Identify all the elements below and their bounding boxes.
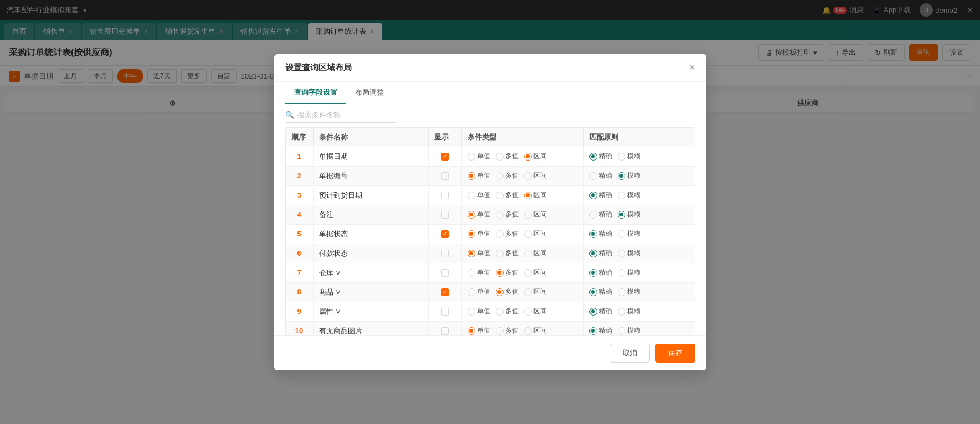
type-multi-radio[interactable]: 多值 <box>496 326 519 335</box>
radio-dot-single <box>468 192 475 199</box>
radio-dot-single <box>468 211 475 219</box>
type-multi-radio[interactable]: 多值 <box>496 268 519 277</box>
match-fuzzy-radio[interactable]: 模糊 <box>618 171 640 180</box>
type-range-radio[interactable]: 区间 <box>524 171 547 180</box>
type-single-label: 单值 <box>477 307 490 316</box>
tab-layout-adjust[interactable]: 布局调整 <box>346 82 393 104</box>
type-range-radio[interactable]: 区间 <box>524 152 547 161</box>
display-checkbox[interactable] <box>441 211 449 219</box>
modal-close-btn[interactable]: × <box>689 62 695 74</box>
type-range-radio[interactable]: 区间 <box>524 229 547 239</box>
display-checkbox[interactable] <box>441 327 449 335</box>
th-name: 条件名称 <box>314 128 429 147</box>
match-exact-radio[interactable]: 精确 <box>589 287 612 297</box>
match-exact-radio[interactable]: 精确 <box>589 152 612 161</box>
type-multi-radio[interactable]: 多值 <box>496 307 519 316</box>
type-multi-radio[interactable]: 多值 <box>496 152 519 161</box>
type-single-radio[interactable]: 单值 <box>468 307 490 316</box>
type-range-radio[interactable]: 区间 <box>524 268 547 277</box>
display-checkbox[interactable] <box>441 192 449 199</box>
search-input[interactable] <box>297 111 396 119</box>
radio-dot-single <box>468 230 475 238</box>
type-radio-group: 单值 多值 区间 <box>468 307 547 316</box>
match-fuzzy-radio[interactable]: 模糊 <box>618 229 640 239</box>
type-single-radio[interactable]: 单值 <box>468 229 490 239</box>
type-range-radio[interactable]: 区间 <box>524 287 547 297</box>
cell-type: 单值 多值 区间 <box>462 167 584 185</box>
type-multi-radio[interactable]: 多值 <box>496 287 519 297</box>
match-radio-group: 精确 模糊 <box>589 268 640 277</box>
match-exact-radio[interactable]: 精确 <box>589 190 612 200</box>
match-fuzzy-radio[interactable]: 模糊 <box>618 210 640 219</box>
type-multi-radio[interactable]: 多值 <box>496 229 519 239</box>
type-multi-radio[interactable]: 多值 <box>496 190 519 200</box>
type-single-radio[interactable]: 单值 <box>468 171 490 180</box>
cell-name: 商品 ∨ <box>314 283 429 302</box>
type-range-label: 区间 <box>533 171 547 180</box>
cell-match: 精确 模糊 <box>584 147 695 166</box>
display-checkbox[interactable] <box>441 172 449 180</box>
match-exact-label: 精确 <box>599 210 612 219</box>
match-fuzzy-radio[interactable]: 模糊 <box>618 307 640 316</box>
type-radio-group: 单值 多值 区间 <box>468 152 547 161</box>
cancel-btn[interactable]: 取消 <box>610 344 650 363</box>
display-checkbox[interactable] <box>441 269 449 277</box>
type-multi-label: 多值 <box>505 326 519 335</box>
type-range-radio[interactable]: 区间 <box>524 326 547 335</box>
type-multi-radio[interactable]: 多值 <box>496 210 519 219</box>
type-single-label: 单值 <box>477 152 490 161</box>
type-single-radio[interactable]: 单值 <box>468 210 490 219</box>
radio-dot-multi <box>496 250 504 257</box>
tab-query-fields[interactable]: 查询字段设置 <box>285 82 346 104</box>
match-fuzzy-radio[interactable]: 模糊 <box>618 152 640 161</box>
radio-dot-fuzzy <box>618 211 625 219</box>
match-radio-group: 精确 模糊 <box>589 152 640 161</box>
radio-dot-fuzzy <box>618 308 625 316</box>
match-exact-radio[interactable]: 精确 <box>589 210 612 219</box>
display-checkbox[interactable] <box>441 153 449 161</box>
match-exact-radio[interactable]: 精确 <box>589 249 612 258</box>
cell-display <box>429 168 462 184</box>
display-checkbox[interactable] <box>441 308 449 316</box>
type-single-radio[interactable]: 单值 <box>468 249 490 258</box>
match-exact-radio[interactable]: 精确 <box>589 326 612 335</box>
cell-display <box>429 323 462 335</box>
cell-match: 精确 模糊 <box>584 205 695 224</box>
type-range-radio[interactable]: 区间 <box>524 190 547 200</box>
display-checkbox[interactable] <box>441 288 449 296</box>
match-exact-radio[interactable]: 精确 <box>589 307 612 316</box>
display-checkbox[interactable] <box>441 250 449 257</box>
table-row: 6付款状态 单值 多值 区间 精确 模糊 <box>286 244 695 263</box>
match-fuzzy-label: 模糊 <box>627 229 640 239</box>
radio-dot-exact <box>589 288 597 296</box>
type-range-radio[interactable]: 区间 <box>524 210 547 219</box>
type-multi-label: 多值 <box>505 190 519 200</box>
type-multi-radio[interactable]: 多值 <box>496 171 519 180</box>
display-checkbox[interactable] <box>441 230 449 238</box>
th-order: 顺序 <box>286 128 314 147</box>
radio-dot-fuzzy <box>618 192 625 199</box>
match-fuzzy-radio[interactable]: 模糊 <box>618 287 640 297</box>
match-exact-radio[interactable]: 精确 <box>589 268 612 277</box>
type-multi-radio[interactable]: 多值 <box>496 249 519 258</box>
radio-dot-single <box>468 153 475 161</box>
match-exact-radio[interactable]: 精确 <box>589 171 612 180</box>
match-fuzzy-radio[interactable]: 模糊 <box>618 249 640 258</box>
cell-order: 7 <box>286 264 314 281</box>
cell-type: 单值 多值 区间 <box>462 147 584 166</box>
save-btn[interactable]: 保存 <box>655 344 695 363</box>
type-range-radio[interactable]: 区间 <box>524 307 547 316</box>
match-exact-label: 精确 <box>599 152 612 161</box>
match-fuzzy-radio[interactable]: 模糊 <box>618 268 640 277</box>
match-exact-radio[interactable]: 精确 <box>589 229 612 239</box>
type-range-radio[interactable]: 区间 <box>524 249 547 258</box>
match-fuzzy-radio[interactable]: 模糊 <box>618 190 640 200</box>
match-fuzzy-radio[interactable]: 模糊 <box>618 326 640 335</box>
type-single-radio[interactable]: 单值 <box>468 326 490 335</box>
type-single-radio[interactable]: 单值 <box>468 152 490 161</box>
type-single-radio[interactable]: 单值 <box>468 287 490 297</box>
match-fuzzy-label: 模糊 <box>627 249 640 258</box>
type-single-radio[interactable]: 单值 <box>468 268 490 277</box>
type-single-radio[interactable]: 单值 <box>468 190 490 200</box>
cell-order: 3 <box>286 187 314 204</box>
